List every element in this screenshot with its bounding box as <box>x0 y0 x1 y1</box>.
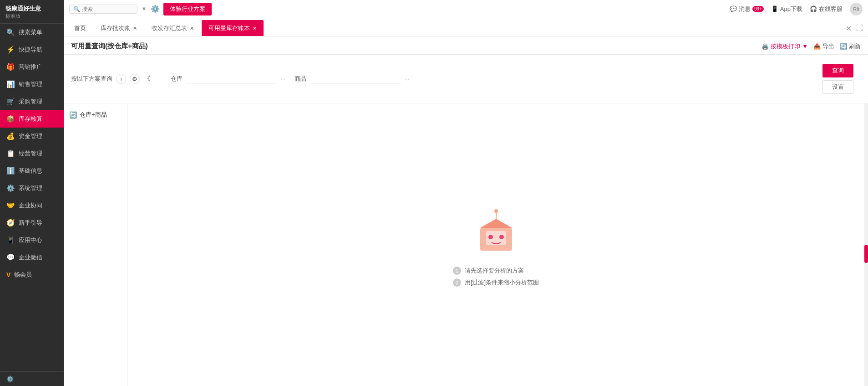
sidebar-item-wechat[interactable]: 💬 企业微信 <box>0 249 64 266</box>
empty-svg <box>469 203 523 257</box>
sidebar-item-label: 快捷导航 <box>19 46 42 54</box>
logo-sub: 标准版 <box>5 13 58 20</box>
user-name: Rit <box>853 6 859 12</box>
search-box[interactable]: 🔍 <box>69 5 137 14</box>
collapse-icon[interactable]: 《 <box>143 74 151 84</box>
search-icon: 🔍 <box>6 28 15 36</box>
system-icon: ⚙️ <box>6 184 15 192</box>
app-download-label: App下载 <box>780 5 802 13</box>
message-btn[interactable]: 💬 消息 99+ <box>730 5 764 13</box>
sidebar-item-search[interactable]: 🔍 搜索菜单 <box>0 24 64 41</box>
sidebar-item-finance[interactable]: 💰 资金管理 <box>0 128 64 145</box>
svg-point-4 <box>499 235 504 239</box>
query-fields: 仓库 ··· 商品 ··· 查询 设置 <box>163 59 861 98</box>
query-btn[interactable]: 查询 <box>822 64 853 77</box>
refresh-btn[interactable]: 🔄 刷新 <box>840 42 861 51</box>
online-service-btn[interactable]: 🎧 在线客服 <box>810 5 843 13</box>
chevron-down-icon[interactable]: ▼ <box>802 43 808 50</box>
sidebar-bottom[interactable]: ⚙️ <box>0 371 64 386</box>
sidebar-item-purchase[interactable]: 🛒 采购管理 <box>0 93 64 110</box>
sales-icon: 📊 <box>6 80 15 88</box>
svg-marker-1 <box>480 219 512 228</box>
sidebar-item-app[interactable]: 📱 应用中心 <box>0 232 64 249</box>
topbar: 🔍 ▼ ⚙️ 体验行业方案 💬 消息 99+ 📱 App下载 🎧 在线客服 <box>64 0 868 18</box>
sidebar-item-label: 基础信息 <box>19 167 42 175</box>
warehouse-input[interactable] <box>186 74 277 83</box>
close-icon[interactable]: ✕ <box>133 26 137 31</box>
sidebar-item-marketing[interactable]: 🎁 营销推广 <box>0 58 64 76</box>
sidebar-item-ops[interactable]: 📋 经营管理 <box>0 145 64 162</box>
right-scrollbar[interactable] <box>864 103 868 386</box>
close-icon[interactable]: ✕ <box>253 26 257 31</box>
product-label: 商品 <box>294 75 306 83</box>
page-header-actions: 🖨️ 按模板打印 ▼ 📤 导出 🔄 刷新 <box>761 42 861 51</box>
query-top: 按以下方案查询 + ⚙ 《 仓库 ··· 商品 ··· <box>64 55 868 103</box>
basic-icon: ℹ️ <box>6 167 15 175</box>
warehouse-field: 仓库 ··· <box>171 74 285 83</box>
page-content: 可用量查询(按仓库+商品) 🖨️ 按模板打印 ▼ 📤 导出 🔄 刷新 <box>64 36 868 386</box>
headset-icon: 🎧 <box>810 5 817 12</box>
scheme-panel: 🔄 仓库+商品 <box>64 103 127 386</box>
logo-title: 畅康通好生意 <box>5 5 58 13</box>
message-label: 消息 <box>739 5 751 13</box>
template-print-btn[interactable]: 🖨️ 按模板打印 ▼ <box>761 42 808 51</box>
sidebar-item-vip[interactable]: V 畅会员 <box>0 266 64 283</box>
search-input[interactable] <box>82 6 132 12</box>
dropdown-icon[interactable]: ▼ <box>141 5 147 12</box>
corp-icon: 🤝 <box>6 201 15 210</box>
sidebar-item-label: 新手引导 <box>19 219 42 227</box>
sidebar-item-shortcut[interactable]: ⚡ 快捷导航 <box>0 41 64 58</box>
sidebar-item-system[interactable]: ⚙️ 系统管理 <box>0 180 64 197</box>
sidebar-item-onboard[interactable]: 🧭 新手引导 <box>0 214 64 232</box>
export-icon: 📤 <box>813 43 821 50</box>
gear-icon[interactable]: ⚙️ <box>151 5 160 13</box>
export-label: 导出 <box>822 42 834 51</box>
user-area[interactable]: Rit <box>850 3 863 15</box>
tab-home[interactable]: 首页 <box>67 20 93 36</box>
expand-icon[interactable]: ⛶ <box>855 23 864 33</box>
svg-point-6 <box>494 209 498 213</box>
tab-available-ledger[interactable]: 可用量库存账本 ✕ <box>202 20 264 36</box>
shortcut-icon: ⚡ <box>6 46 15 54</box>
settings-btn[interactable]: 设置 <box>822 80 853 94</box>
sidebar-item-sales[interactable]: 📊 销售管理 <box>0 76 64 93</box>
sidebar: 畅康通好生意 标准版 🔍 搜索菜单 ⚡ 快捷导航 🎁 营销推广 📊 销售管理 🛒… <box>0 0 64 386</box>
sidebar-item-basic[interactable]: ℹ️ 基础信息 <box>0 162 64 180</box>
sidebar-item-label: 销售管理 <box>19 80 42 88</box>
tip-item-2: 2 用[过滤]条件来缩小分析范围 <box>453 278 539 287</box>
topbar-right: 💬 消息 99+ 📱 App下载 🎧 在线客服 Rit <box>730 3 863 15</box>
sidebar-item-label: 营销推广 <box>19 63 42 71</box>
warehouse-more[interactable]: ··· <box>281 76 285 82</box>
user-avatar: Rit <box>850 3 863 15</box>
product-input[interactable] <box>310 74 401 83</box>
wechat-icon: 💬 <box>6 253 15 262</box>
sidebar-item-label: 企业微信 <box>19 253 42 262</box>
sidebar-item-inventory[interactable]: 📦 库存核算 <box>0 110 64 128</box>
sidebar-item-corp[interactable]: 🤝 企业协同 <box>0 197 64 214</box>
tabbar-right-icons: ✕ ⛶ <box>845 23 864 33</box>
add-scheme-btn[interactable]: + <box>116 74 126 84</box>
product-field: 商品 ··· <box>294 74 409 83</box>
content-area: 🔄 仓库+商品 <box>64 103 868 386</box>
empty-illustration <box>469 203 523 257</box>
online-service-label: 在线客服 <box>819 5 843 13</box>
finance-icon: 💰 <box>6 132 15 140</box>
tab-receipt-summary[interactable]: 收发存汇总表 ✕ <box>145 20 201 36</box>
export-btn[interactable]: 📤 导出 <box>813 42 834 51</box>
phone-icon: 📱 <box>771 5 778 12</box>
settings-scheme-btn[interactable]: ⚙ <box>130 74 140 84</box>
app-download-btn[interactable]: 📱 App下载 <box>771 5 802 13</box>
sidebar-item-label: 搜索菜单 <box>19 28 42 36</box>
refresh-label: 刷新 <box>849 42 861 51</box>
inventory-icon: 📦 <box>6 115 15 123</box>
sidebar-item-label: 库存核算 <box>19 115 42 123</box>
settings-icon: ⚙️ <box>6 376 14 382</box>
industry-btn[interactable]: 体验行业方案 <box>163 3 212 15</box>
close-all-icon[interactable]: ✕ <box>845 23 853 33</box>
close-icon[interactable]: ✕ <box>190 26 194 31</box>
product-more[interactable]: ··· <box>405 76 409 82</box>
print-icon: 🖨️ <box>761 43 769 50</box>
sidebar-item-label: 经营管理 <box>19 149 42 158</box>
scheme-item-warehouse-product[interactable]: 🔄 仓库+商品 <box>64 107 127 123</box>
tab-batch-account[interactable]: 库存批次账 ✕ <box>94 20 144 36</box>
